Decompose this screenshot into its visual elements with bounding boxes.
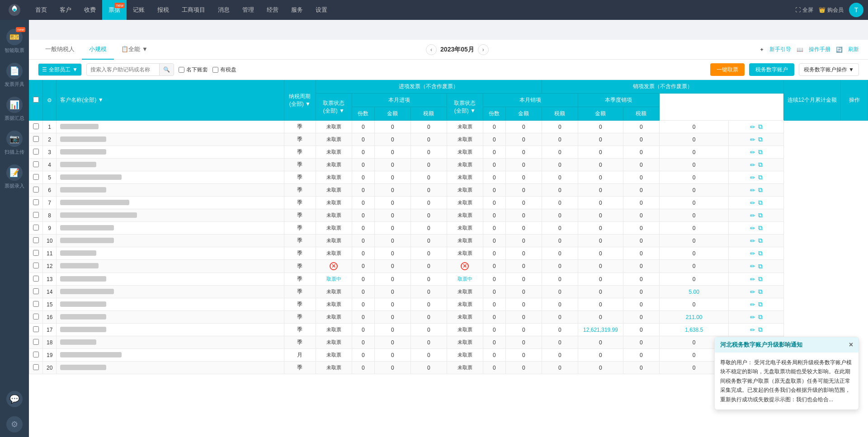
digital-account-op-button[interactable]: 税务数字账户操作 ▼	[799, 63, 859, 76]
row-checkbox[interactable]	[33, 123, 39, 129]
nav-business[interactable]: 工商项目	[175, 0, 212, 20]
taxdisk-checkbox[interactable]	[212, 67, 218, 73]
nav-message[interactable]: 消息	[212, 0, 236, 20]
copy-icon[interactable]: ⧉	[758, 263, 763, 270]
search-button[interactable]: 🔍	[159, 64, 174, 75]
cumulative-link[interactable]: 1,638.5	[685, 327, 703, 333]
select-all-checkbox[interactable]	[33, 97, 39, 103]
row-checkbox[interactable]	[33, 187, 39, 193]
row-checkbox[interactable]	[33, 250, 39, 256]
quarter-amount-link[interactable]: 12,621,319.99	[583, 327, 618, 333]
employee-select[interactable]: ☰ 全部员工 ▼	[38, 63, 82, 76]
edit-icon[interactable]: ✏	[750, 161, 755, 169]
checkbox-taxdisk[interactable]: 有税盘	[212, 66, 236, 74]
col-period[interactable]: 纳税周期(全部) ▼	[284, 80, 316, 121]
prev-period-button[interactable]: ‹	[426, 44, 437, 55]
new-guide-link[interactable]: 新手引导	[769, 46, 791, 53]
edit-icon[interactable]: ✏	[750, 174, 755, 181]
row-checkbox[interactable]	[33, 174, 39, 180]
copy-icon[interactable]: ⧉	[758, 249, 763, 257]
nav-home[interactable]: 首页	[29, 0, 53, 20]
digital-account-button[interactable]: 税务数字账户	[749, 63, 794, 76]
sidebar-item-entry[interactable]: 📝 票据录入	[0, 160, 29, 194]
cumulative-link[interactable]: 5.00	[689, 289, 699, 295]
copy-icon[interactable]: ⧉	[758, 148, 763, 156]
sidebar-item-scan[interactable]: 📷 扫描上传	[0, 126, 29, 160]
nav-accounting[interactable]: 记账	[127, 0, 151, 20]
nav-manage[interactable]: 管理	[236, 0, 260, 20]
avatar[interactable]: T	[849, 3, 863, 17]
row-checkbox[interactable]	[33, 263, 39, 268]
copy-icon[interactable]: ⧉	[758, 288, 763, 296]
manual-link[interactable]: 操作手册	[809, 46, 830, 53]
sidebar-item-summary[interactable]: 📊 票据汇总	[0, 92, 29, 126]
nav-tax[interactable]: 报税	[151, 0, 175, 20]
nav-service[interactable]: 服务	[285, 0, 309, 20]
member-button[interactable]: 👑 购会员	[819, 6, 844, 14]
nav-operation[interactable]: 经营	[260, 0, 285, 20]
copy-icon[interactable]: ⧉	[758, 275, 763, 283]
search-input[interactable]	[87, 66, 159, 73]
sidebar-item-open[interactable]: 📄 发票开具	[0, 58, 29, 92]
row-checkbox[interactable]	[33, 161, 39, 167]
edit-icon[interactable]: ✏	[750, 149, 755, 156]
row-checkbox[interactable]	[33, 301, 39, 307]
copy-icon[interactable]: ⧉	[758, 301, 763, 308]
edit-icon[interactable]: ✏	[750, 136, 755, 143]
copy-icon[interactable]: ⧉	[758, 174, 763, 181]
edit-icon[interactable]: ✏	[750, 263, 755, 270]
row-checkbox[interactable]	[33, 199, 39, 205]
next-period-button[interactable]: ›	[478, 44, 489, 55]
copy-icon[interactable]: ⧉	[758, 161, 763, 169]
account-checkbox[interactable]	[179, 67, 184, 73]
edit-icon[interactable]: ✏	[750, 225, 755, 232]
row-checkbox[interactable]	[33, 288, 39, 294]
row-checkbox[interactable]	[33, 314, 39, 320]
row-checkbox[interactable]	[33, 352, 39, 357]
row-checkbox[interactable]	[33, 326, 39, 332]
col-customer-name[interactable]: 客户名称(全部) ▼	[57, 80, 284, 121]
edit-icon[interactable]: ✏	[750, 123, 755, 131]
copy-icon[interactable]: ⧉	[758, 136, 763, 143]
sidebar-item-fetch[interactable]: new 🎫 智能取票	[0, 24, 29, 58]
row-checkbox[interactable]	[33, 364, 39, 370]
one-click-fetch-button[interactable]: 一键取票	[710, 63, 745, 76]
app-logo[interactable]	[5, 0, 24, 20]
col-in-status[interactable]: 取票状态(全部) ▼	[316, 94, 352, 121]
edit-icon[interactable]: ✏	[750, 199, 755, 207]
edit-icon[interactable]: ✏	[750, 187, 755, 194]
edit-icon[interactable]: ✏	[750, 314, 755, 321]
copy-icon[interactable]: ⧉	[758, 211, 763, 219]
edit-icon[interactable]: ✏	[750, 276, 755, 283]
row-checkbox[interactable]	[33, 136, 39, 142]
tab-small[interactable]: 小规模	[82, 40, 114, 60]
copy-icon[interactable]: ⧉	[758, 237, 763, 244]
notification-close-button[interactable]: ×	[849, 341, 853, 349]
edit-icon[interactable]: ✏	[750, 250, 755, 257]
copy-icon[interactable]: ⧉	[758, 123, 763, 131]
copy-icon[interactable]: ⧉	[758, 199, 763, 207]
nav-fee[interactable]: 收费	[78, 0, 102, 20]
copy-icon[interactable]: ⧉	[758, 326, 763, 334]
edit-icon[interactable]: ✏	[750, 288, 755, 296]
row-checkbox[interactable]	[33, 212, 39, 218]
nav-settings[interactable]: 设置	[309, 0, 334, 20]
nav-customer[interactable]: 客户	[53, 0, 78, 20]
copy-icon[interactable]: ⧉	[758, 186, 763, 194]
row-checkbox[interactable]	[33, 339, 39, 345]
copy-icon[interactable]: ⧉	[758, 224, 763, 232]
sidebar-item-config[interactable]: ⚙	[0, 412, 29, 437]
settings-icon[interactable]: ⚙	[47, 97, 52, 103]
cumulative-link[interactable]: 211.00	[686, 314, 703, 320]
refresh-link[interactable]: 刷新	[848, 46, 859, 53]
col-out-status[interactable]: 取票状态(全部) ▼	[447, 94, 483, 121]
edit-icon[interactable]: ✏	[750, 212, 755, 219]
row-checkbox[interactable]	[33, 276, 39, 282]
row-checkbox[interactable]	[33, 149, 39, 155]
row-checkbox[interactable]	[33, 225, 39, 230]
edit-icon[interactable]: ✏	[750, 326, 755, 334]
fullscreen-button[interactable]: ⛶ 全屏	[795, 6, 813, 14]
nav-invoice[interactable]: 票据 new	[102, 0, 127, 20]
tab-general[interactable]: 一般纳税人	[38, 40, 82, 60]
row-checkbox[interactable]	[33, 237, 39, 243]
